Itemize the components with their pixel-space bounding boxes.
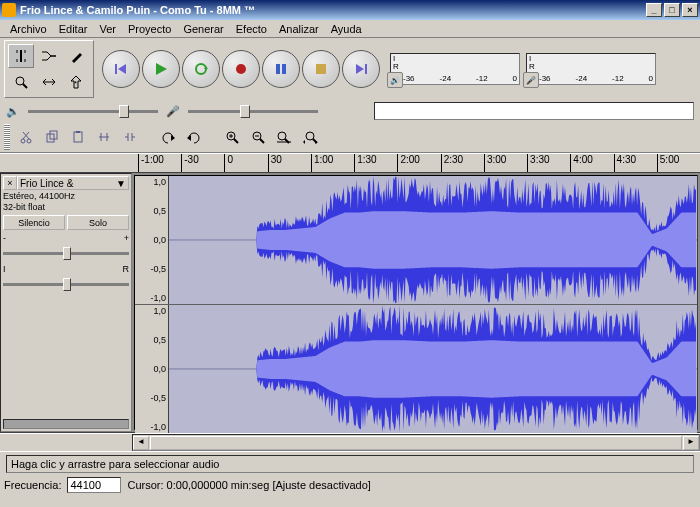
- frequency-input[interactable]: [67, 477, 121, 493]
- menu-analizar[interactable]: Analizar: [273, 22, 325, 36]
- fit-project-button[interactable]: [298, 126, 322, 148]
- multi-tool[interactable]: *: [64, 70, 90, 94]
- window-title: Frio Lince & Camilo Puin - Como Tu - 8MM…: [20, 4, 644, 16]
- yscale-right: 1,00,50,0-0,5-1,0: [135, 305, 169, 433]
- undo-button[interactable]: [156, 126, 180, 148]
- track-area: × Frio Lince & ▼ Estéreo, 44100Hz 32-bit…: [0, 173, 700, 433]
- cut-button[interactable]: [14, 126, 38, 148]
- yscale-left: 1,00,50,0-0,5-1,0: [135, 176, 169, 304]
- speaker-icon[interactable]: 🔊: [387, 72, 403, 88]
- stop-button[interactable]: [302, 50, 340, 88]
- zoom-in-button[interactable]: [220, 126, 244, 148]
- track-menu-button[interactable]: Frio Lince & ▼: [17, 176, 129, 190]
- svg-rect-10: [115, 64, 117, 74]
- transport-controls: [102, 50, 380, 88]
- mute-button[interactable]: Silencio: [3, 215, 65, 230]
- svg-marker-19: [356, 64, 364, 74]
- svg-text:*: *: [74, 79, 77, 88]
- device-select[interactable]: [374, 102, 694, 120]
- solo-button[interactable]: Solo: [67, 215, 129, 230]
- titlebar: Frio Lince & Camilo Puin - Como Tu - 8MM…: [0, 0, 700, 20]
- svg-line-36: [260, 139, 264, 143]
- speaker-vol-icon: 🔈: [6, 105, 20, 118]
- app-icon: [2, 3, 16, 17]
- paste-button[interactable]: [66, 126, 90, 148]
- record-button[interactable]: [222, 50, 260, 88]
- menu-editar[interactable]: Editar: [53, 22, 94, 36]
- menu-ayuda[interactable]: Ayuda: [325, 22, 368, 36]
- svg-point-5: [16, 77, 24, 85]
- draw-tool[interactable]: [64, 44, 90, 68]
- svg-point-38: [278, 132, 286, 140]
- horizontal-scroll: ◄ ►: [0, 433, 700, 451]
- loop-button[interactable]: [182, 50, 220, 88]
- track-bitdepth: 32-bit float: [3, 202, 129, 212]
- waveform-left-channel[interactable]: [169, 176, 697, 304]
- tools-toolbox: *: [4, 40, 94, 98]
- svg-point-21: [21, 139, 25, 143]
- pause-button[interactable]: [262, 50, 300, 88]
- track-close-button[interactable]: ×: [3, 176, 17, 190]
- gain-slider[interactable]: [3, 245, 129, 261]
- svg-point-41: [306, 132, 314, 140]
- menu-proyecto[interactable]: Proyecto: [122, 22, 177, 36]
- meter-r-label: R: [393, 63, 399, 71]
- redo-button[interactable]: [182, 126, 206, 148]
- minimize-button[interactable]: _: [646, 3, 662, 17]
- play-button[interactable]: [142, 50, 180, 88]
- selection-tool[interactable]: [8, 44, 34, 68]
- frequency-label: Frecuencia:: [4, 479, 61, 491]
- timeline-ruler[interactable]: -1:00 -30 0 30 1:00 1:30 2:00 2:30 3:00 …: [0, 153, 700, 173]
- svg-rect-18: [316, 64, 326, 74]
- track-control-panel: × Frio Lince & ▼ Estéreo, 44100Hz 32-bit…: [0, 173, 132, 432]
- svg-line-32: [234, 139, 238, 143]
- svg-rect-28: [76, 131, 80, 133]
- microphone-icon[interactable]: 🎤: [523, 72, 539, 88]
- scroll-left-button[interactable]: ◄: [133, 436, 149, 450]
- input-volume-slider[interactable]: [188, 102, 318, 120]
- menubar: Archivo Editar Ver Proyecto Generar Efec…: [0, 20, 700, 38]
- svg-marker-11: [118, 64, 126, 74]
- menu-generar[interactable]: Generar: [177, 22, 229, 36]
- waveform-right-channel[interactable]: [169, 305, 697, 433]
- svg-point-22: [27, 139, 31, 143]
- playback-meter[interactable]: IR -36-24-120 🔊: [390, 53, 520, 85]
- skip-end-button[interactable]: [342, 50, 380, 88]
- svg-point-15: [236, 64, 246, 74]
- envelope-tool[interactable]: [36, 44, 62, 68]
- record-meter[interactable]: IR -36-24-120 🎤: [526, 53, 656, 85]
- scroll-right-button[interactable]: ►: [683, 436, 699, 450]
- svg-rect-16: [276, 64, 280, 74]
- scroll-thumb[interactable]: [150, 436, 682, 450]
- zoom-tool[interactable]: [8, 70, 34, 94]
- maximize-button[interactable]: □: [664, 3, 680, 17]
- skip-start-button[interactable]: [102, 50, 140, 88]
- zoom-out-button[interactable]: [246, 126, 270, 148]
- trim-button[interactable]: [92, 126, 116, 148]
- waveform-display[interactable]: 1,00,50,0-0,5-1,0 1,00,50,0-0,5-1,0: [134, 175, 698, 430]
- menu-archivo[interactable]: Archivo: [4, 22, 53, 36]
- timeshift-tool[interactable]: [36, 70, 62, 94]
- track-name: Frio Lince &: [20, 178, 73, 189]
- mic-vol-icon: 🎤: [166, 105, 180, 118]
- chevron-down-icon: ▼: [116, 178, 126, 189]
- output-volume-slider[interactable]: [28, 102, 158, 120]
- svg-rect-20: [365, 64, 367, 74]
- pan-slider[interactable]: [3, 276, 129, 292]
- status-hint: Haga clic y arrastre para seleccionar au…: [6, 455, 694, 473]
- cursor-position: Cursor: 0:00,000000 min:seg [Ajuste desa…: [127, 479, 370, 491]
- svg-rect-17: [282, 64, 286, 74]
- grip[interactable]: [4, 124, 10, 150]
- svg-rect-27: [74, 132, 82, 142]
- svg-line-6: [23, 84, 27, 88]
- close-button[interactable]: ×: [682, 3, 698, 17]
- meters: IR -36-24-120 🔊 IR -36-24-120 🎤: [390, 53, 656, 85]
- silence-button[interactable]: [118, 126, 142, 148]
- menu-ver[interactable]: Ver: [93, 22, 122, 36]
- track-format: Estéreo, 44100Hz: [3, 191, 129, 201]
- copy-button[interactable]: [40, 126, 64, 148]
- fit-selection-button[interactable]: [272, 126, 296, 148]
- svg-marker-12: [156, 63, 167, 75]
- menu-efecto[interactable]: Efecto: [230, 22, 273, 36]
- track-collapse-handle[interactable]: [3, 419, 129, 429]
